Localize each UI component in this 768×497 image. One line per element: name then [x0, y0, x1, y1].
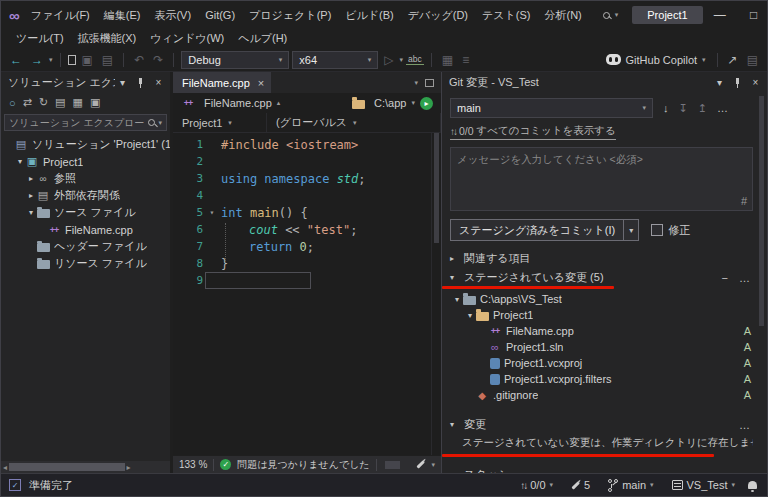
- chevron-down-icon[interactable]: ▾: [712, 77, 727, 88]
- chevron-down-icon[interactable]: ▾: [115, 77, 130, 88]
- code-line[interactable]: 2: [173, 153, 431, 170]
- zoom-level-dropdown[interactable]: 133 %: [179, 459, 207, 470]
- minimize-button[interactable]: —: [703, 1, 737, 29]
- current-repo-status[interactable]: VS_Test ▾: [667, 479, 740, 491]
- section-changes[interactable]: ▾ 変更 …: [450, 415, 753, 434]
- nav-history-chevron-icon[interactable]: ▾: [49, 56, 53, 64]
- close-icon[interactable]: ×: [748, 77, 763, 88]
- expander-icon[interactable]: ▾: [15, 157, 25, 166]
- sync-commits-status[interactable]: ↑↓ 0/0 ▾: [515, 479, 558, 491]
- float-window-icon[interactable]: [425, 79, 434, 87]
- tab-filename-cpp[interactable]: FileName.cpp ×: [173, 72, 271, 93]
- scrollbar-thumb[interactable]: [385, 461, 400, 469]
- chevron-down-icon[interactable]: ▾: [158, 119, 162, 127]
- code-line[interactable]: 7return 0;: [173, 238, 431, 255]
- code-editor[interactable]: 1#include <iostream>23using namespace st…: [173, 133, 441, 455]
- tree-item[interactable]: FileName.cpp: [1, 221, 170, 238]
- close-icon[interactable]: ×: [151, 77, 166, 88]
- code-line[interactable]: 5▾int main() {: [173, 204, 431, 221]
- find-in-files-icon[interactable]: ▦: [439, 54, 456, 66]
- current-branch-status[interactable]: main ▾: [603, 479, 658, 492]
- staged-file-row[interactable]: ▾Project1: [450, 307, 753, 323]
- scope-dropdown[interactable]: (グローバルス▾: [267, 113, 441, 132]
- menu-item[interactable]: 分析(N): [537, 1, 588, 29]
- chevron-up-icon[interactable]: ▴: [277, 99, 281, 107]
- save-all-icon[interactable]: ▤: [99, 54, 116, 66]
- tree-item[interactable]: ▸参照: [1, 170, 170, 187]
- navigate-back-icon[interactable]: ←: [7, 54, 25, 66]
- share-icon[interactable]: ↗: [725, 54, 741, 66]
- horizontal-scrollbar[interactable]: [383, 460, 411, 470]
- menu-item[interactable]: プロジェクト(P): [242, 1, 338, 29]
- show-all-files-icon[interactable]: ▦: [73, 96, 83, 109]
- menu-item[interactable]: 表示(V): [147, 1, 198, 29]
- search-chevron-icon[interactable]: ▾: [615, 11, 619, 19]
- maximize-button[interactable]: □: [737, 1, 768, 29]
- staged-file-row[interactable]: Project1.slnA: [450, 339, 753, 355]
- search-box[interactable]: ▾: [599, 11, 623, 19]
- menu-item[interactable]: 拡張機能(X): [71, 29, 144, 48]
- sync-active-document-icon[interactable]: ⇄: [23, 96, 32, 109]
- fold-collapse-icon[interactable]: ▾: [203, 208, 221, 217]
- commit-options-chevron-icon[interactable]: ▾: [623, 220, 638, 240]
- commit-message-input[interactable]: メッセージを入力してください <必須> #: [450, 147, 753, 211]
- vertical-scrollbar[interactable]: [431, 133, 441, 455]
- menu-item[interactable]: ヘルプ(H): [231, 29, 294, 48]
- tree-item[interactable]: ▾ソース ファイル: [1, 204, 170, 221]
- chevron-down-icon[interactable]: ▾: [431, 461, 435, 469]
- expander-icon[interactable]: ▾: [26, 208, 36, 217]
- menu-item[interactable]: ビルド(B): [338, 1, 400, 29]
- show-all-commits-link[interactable]: ↑↓ 0/0 すべてのコミットを表示する: [450, 124, 616, 140]
- vertical-scrollbar[interactable]: [757, 94, 766, 471]
- staged-file-row[interactable]: Project1.vcxprojA: [450, 355, 753, 371]
- refresh-icon[interactable]: ↻: [39, 96, 48, 109]
- expander-expanded-icon[interactable]: ▾: [450, 273, 459, 282]
- code-line[interactable]: 8}: [173, 255, 431, 272]
- tree-item[interactable]: ヘッダー ファイル: [1, 238, 170, 255]
- start-debug-icon[interactable]: ▷: [381, 54, 396, 66]
- solution-configurations-dropdown[interactable]: Debug▾: [181, 51, 289, 69]
- unstage-all-icon[interactable]: −: [719, 272, 731, 284]
- github-copilot-button[interactable]: GitHub Copilot ▾: [602, 54, 710, 66]
- branch-selector-dropdown[interactable]: main▾: [450, 98, 653, 118]
- code-line[interactable]: 6cout << "test";: [173, 221, 431, 238]
- document-selector[interactable]: FileName.cpp: [204, 97, 272, 109]
- scrollbar-thumb[interactable]: [434, 133, 439, 243]
- commit-staged-button[interactable]: ステージング済みをコミット(I) ▾: [450, 219, 639, 241]
- redo-icon[interactable]: ↷: [150, 54, 166, 66]
- feedback-icon[interactable]: ▤: [744, 54, 761, 66]
- more-actions-icon[interactable]: …: [717, 102, 728, 114]
- tab-close-icon[interactable]: ×: [258, 77, 264, 89]
- tree-item[interactable]: リソース ファイル: [1, 255, 170, 272]
- staged-file-row[interactable]: FileName.cppA: [450, 323, 753, 339]
- more-icon[interactable]: …: [736, 272, 753, 284]
- tree-item[interactable]: ソリューション 'Project1' (1/1 のプ: [1, 136, 170, 153]
- more-icon[interactable]: …: [736, 419, 753, 431]
- fetch-icon[interactable]: ↓: [663, 102, 669, 114]
- work-item-hash-icon[interactable]: #: [741, 195, 747, 207]
- code-line[interactable]: 1#include <iostream>: [173, 136, 431, 153]
- pull-icon[interactable]: ↧: [679, 102, 688, 115]
- menu-item[interactable]: ウィンドウ(W): [143, 29, 231, 48]
- undo-icon[interactable]: ↶: [131, 54, 147, 66]
- menu-item[interactable]: Git(G): [198, 1, 242, 29]
- section-stashes[interactable]: ▸ スタッシュ: [450, 465, 753, 473]
- section-related-items[interactable]: ▸ 関連する項目: [450, 249, 753, 268]
- menu-item[interactable]: ツール(T): [9, 29, 71, 48]
- menu-item[interactable]: デバッグ(D): [401, 1, 475, 29]
- project-dropdown[interactable]: Project1▾: [173, 113, 267, 132]
- chevron-down-icon[interactable]: ▾: [411, 99, 415, 107]
- new-file-icon[interactable]: [68, 55, 76, 65]
- pen-icon[interactable]: [417, 460, 425, 468]
- staged-file-row[interactable]: ▾C:\apps\VS_Test: [450, 291, 753, 307]
- expander-icon[interactable]: ▸: [26, 191, 36, 200]
- section-staged-changes[interactable]: ▾ ステージされている変更 (5) − …: [450, 268, 753, 287]
- menu-item[interactable]: 編集(E): [97, 1, 148, 29]
- horizontal-scrollbar[interactable]: ◂ ▸: [1, 461, 170, 473]
- scroll-right-icon[interactable]: ▸: [127, 463, 131, 472]
- code-line[interactable]: 9: [173, 272, 431, 289]
- notifications-bell-icon[interactable]: [748, 481, 757, 489]
- expander-expanded-icon[interactable]: ▾: [450, 420, 459, 429]
- pin-icon[interactable]: [734, 78, 742, 88]
- push-icon[interactable]: ↥: [698, 102, 707, 115]
